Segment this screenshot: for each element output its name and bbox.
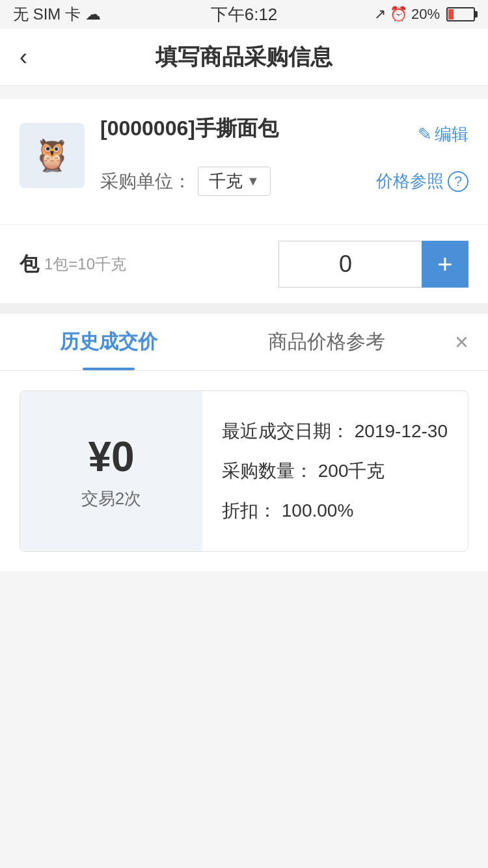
- product-info: [0000006]手撕面包 ✎ 编辑 采购单位： 千克 ▼ 价格参照 ?: [100, 115, 468, 196]
- unit-select[interactable]: 千克 ▼: [198, 167, 271, 196]
- status-bar: 无 SIM 卡 ☁ 下午6:12 ↗ ⏰ 20%: [0, 0, 488, 29]
- history-price-panel: ¥0 交易2次: [20, 391, 202, 551]
- nav-title: 填写商品采购信息: [156, 42, 332, 72]
- history-date-value: 2019-12-30: [355, 421, 448, 441]
- history-discount-label: 折扣：: [222, 500, 277, 521]
- quantity-unit-label: 包: [20, 251, 39, 278]
- status-right: ↗ ⏰ 20%: [374, 6, 475, 23]
- price-ref-button[interactable]: 价格参照 ?: [376, 170, 468, 193]
- product-unit-row: 采购单位： 千克 ▼ 价格参照 ?: [100, 167, 468, 196]
- history-quantity-label: 采购数量：: [222, 461, 313, 481]
- battery-fill: [448, 9, 454, 20]
- product-owl-icon: 🦉: [33, 137, 72, 174]
- history-discount-row: 折扣： 100.00%: [222, 496, 448, 526]
- nav-bar: ‹ 填写商品采购信息: [0, 29, 488, 86]
- price-ref-help-icon: ?: [448, 171, 468, 192]
- product-name: [0000006]手撕面包: [100, 115, 278, 143]
- content-area: ¥0 交易2次 最近成交日期： 2019-12-30 采购数量： 200千克 折…: [0, 371, 488, 571]
- unit-value: 千克: [209, 170, 243, 193]
- tab-history-price[interactable]: 历史成交价: [0, 314, 217, 370]
- back-button[interactable]: ‹: [0, 44, 47, 71]
- history-details-panel: 最近成交日期： 2019-12-30 采购数量： 200千克 折扣： 100.0…: [202, 391, 468, 551]
- history-trade-count: 交易2次: [81, 487, 141, 510]
- battery-icon: [446, 7, 475, 21]
- edit-button[interactable]: ✎ 编辑: [418, 123, 468, 146]
- history-quantity-value: 200千克: [318, 461, 385, 481]
- separator: [0, 303, 488, 314]
- quantity-row: 包 1包=10千克 +: [0, 224, 488, 303]
- history-quantity-row: 采购数量： 200千克: [222, 457, 448, 486]
- status-left: 无 SIM 卡 ☁: [13, 4, 101, 25]
- history-card: ¥0 交易2次 最近成交日期： 2019-12-30 采购数量： 200千克 折…: [20, 390, 468, 552]
- history-date-label: 最近成交日期：: [222, 421, 349, 441]
- quantity-sub-label: 1包=10千克: [44, 254, 126, 275]
- history-date-row: 最近成交日期： 2019-12-30: [222, 417, 448, 446]
- edit-icon: ✎: [418, 124, 432, 144]
- battery-percent: 20%: [411, 6, 440, 23]
- tab-close-button[interactable]: ×: [435, 329, 488, 356]
- location-icon: ↗: [374, 6, 386, 23]
- alarm-icon: ⏰: [390, 6, 407, 23]
- unit-label: 采购单位：: [100, 169, 191, 194]
- product-header: 🦉 [0000006]手撕面包 ✎ 编辑 采购单位： 千克 ▼ 价格参照 ?: [20, 115, 468, 196]
- quantity-plus-button[interactable]: +: [422, 241, 468, 288]
- tab-product-price-ref[interactable]: 商品价格参考: [217, 314, 435, 370]
- history-discount-value: 100.00%: [282, 500, 354, 521]
- status-time: 下午6:12: [211, 3, 278, 26]
- tabs-container: 历史成交价 商品价格参考 ×: [0, 314, 488, 371]
- tab-indicator: [83, 368, 135, 370]
- edit-label: 编辑: [435, 123, 468, 146]
- tab-price-ref-label: 商品价格参考: [268, 329, 385, 355]
- tab-history-label: 历史成交价: [60, 329, 157, 355]
- unit-dropdown-icon: ▼: [247, 174, 260, 189]
- product-image: 🦉: [20, 123, 85, 188]
- quantity-input-group: +: [278, 241, 468, 288]
- history-price: ¥0: [88, 433, 134, 481]
- product-card: 🦉 [0000006]手撕面包 ✎ 编辑 采购单位： 千克 ▼ 价格参照 ?: [0, 99, 488, 224]
- quantity-input[interactable]: [278, 241, 422, 288]
- price-ref-label: 价格参照: [376, 170, 444, 193]
